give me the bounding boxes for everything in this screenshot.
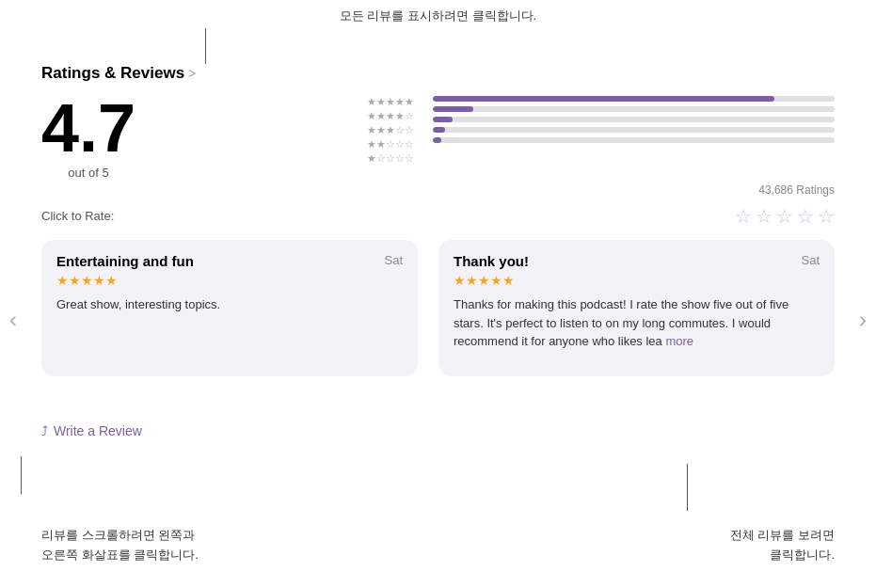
click-to-rate-label: Click to Rate: xyxy=(41,209,114,223)
tooltip-bottom-left-line1: 리뷰를 스크롤하려면 왼쪽과 xyxy=(41,526,199,546)
rate-star-3[interactable]: ☆ xyxy=(776,205,793,228)
bar-track-2 xyxy=(433,127,835,133)
review-body-right: Thanks for making this podcast! I rate t… xyxy=(454,295,820,351)
rating-bars xyxy=(433,96,835,143)
stars-row-4: ★★★★☆ xyxy=(367,110,414,122)
bar-track-4 xyxy=(433,106,835,112)
review-date-left: Sat xyxy=(384,253,403,267)
bar-fill-3 xyxy=(433,117,453,122)
rate-star-2[interactable]: ☆ xyxy=(756,205,772,228)
ratings-count: 43,686 Ratings xyxy=(758,183,835,197)
review-title-left: Entertaining and fun xyxy=(56,253,403,269)
rate-star-1[interactable]: ☆ xyxy=(735,205,752,228)
review-body-left: Great show, interesting topics. xyxy=(56,295,403,314)
review-body-text-right: Thanks for making this podcast! I rate t… xyxy=(454,297,788,348)
tooltip-bottom-left-line2: 오른쪽 화살표를 클릭합니다. xyxy=(41,546,199,565)
nav-arrow-left[interactable]: ‹ xyxy=(9,307,17,333)
bar-track-3 xyxy=(433,117,835,122)
stars-row-2: ★★☆☆☆ xyxy=(367,138,414,151)
stars-row-1: ★☆☆☆☆ xyxy=(367,152,414,165)
tooltip-bottom-left: 리뷰를 스크롤하려면 왼쪽과 오른쪽 화살표를 클릭합니다. xyxy=(41,526,199,565)
nav-arrow-right[interactable]: › xyxy=(859,307,867,333)
rating-number: 4.7 xyxy=(41,94,135,162)
stars-row-3: ★★★☆☆ xyxy=(367,124,414,136)
review-card-right: Thank you! Sat ★★★★★ Thanks for making t… xyxy=(438,240,835,376)
tooltip-line-top xyxy=(205,28,206,64)
bar-fill-1 xyxy=(433,137,441,143)
rating-outof: out of 5 xyxy=(41,166,135,180)
section-header[interactable]: Ratings & Reviews > xyxy=(41,64,196,83)
bar-fill-5 xyxy=(433,96,774,102)
review-card-left: Entertaining and fun Sat ★★★★★ Great sho… xyxy=(41,240,418,376)
tooltip-line-right xyxy=(687,464,688,511)
bar-fill-4 xyxy=(433,106,473,112)
tooltip-bottom-right-line2: 클릭합니다. xyxy=(730,546,835,565)
section-header-title: Ratings & Reviews xyxy=(41,64,184,83)
write-review-button[interactable]: ⤴ Write a Review xyxy=(41,423,142,438)
bar-fill-2 xyxy=(433,127,445,133)
bar-track-5 xyxy=(433,96,835,102)
review-stars-left: ★★★★★ xyxy=(56,273,403,288)
chevron-icon: > xyxy=(188,66,196,81)
review-date-right: Sat xyxy=(801,253,820,267)
tooltip-bottom-right: 전체 리뷰를 보려면 클릭합니다. xyxy=(730,526,835,565)
rate-stars[interactable]: ☆ ☆ ☆ ☆ ☆ xyxy=(735,205,835,228)
rating-score: 4.7 out of 5 xyxy=(41,94,135,180)
write-review-label: Write a Review xyxy=(54,423,142,438)
rate-star-4[interactable]: ☆ xyxy=(797,205,814,228)
stars-row-5: ★★★★★ xyxy=(367,96,414,108)
review-title-right: Thank you! xyxy=(454,253,820,269)
review-more-link[interactable]: more xyxy=(665,334,693,348)
tooltip-bottom-right-line1: 전체 리뷰를 보려면 xyxy=(730,526,835,546)
review-stars-right: ★★★★★ xyxy=(454,273,820,288)
tooltip-top: 모든 리뷰를 표시하려면 클릭합니다. xyxy=(0,8,876,24)
rate-star-5[interactable]: ☆ xyxy=(818,205,835,228)
bar-track-1 xyxy=(433,137,835,143)
tooltip-line-left xyxy=(21,456,22,494)
write-review-icon: ⤴ xyxy=(41,423,48,438)
stars-grid: ★★★★★ ★★★★☆ ★★★☆☆ ★★☆☆☆ ★☆☆☆☆ xyxy=(367,96,414,165)
